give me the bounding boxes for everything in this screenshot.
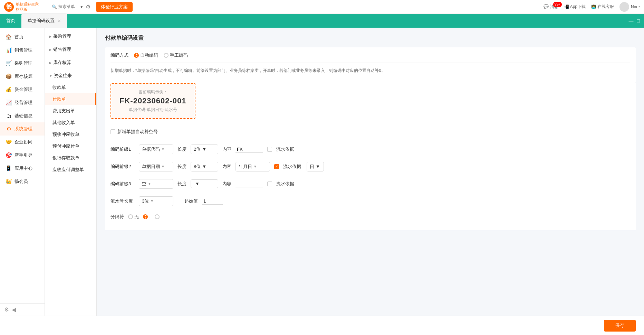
sidebar-item-apps[interactable]: 📱 应用中心	[0, 162, 45, 175]
sub-item-other-income[interactable]: 其他收入单	[45, 117, 96, 129]
nav-dropdown-button[interactable]: ▾	[80, 4, 83, 9]
prefix1-select[interactable]: 单据代码 ▼	[139, 145, 173, 154]
content-area: 付款单编码设置 编码方式 自动编码 手工编码 新增单据时，*单据编码*自动生成，…	[97, 28, 644, 316]
sidebar-item-sales[interactable]: 📊 销售管理	[0, 44, 45, 57]
prefix3-serial-checkbox[interactable]	[267, 182, 272, 186]
prefix2-content-select[interactable]: 年月日 ▼	[236, 162, 270, 171]
sub-item-receipt[interactable]: 收款单	[45, 82, 96, 93]
bottom-bar: 保存	[0, 316, 644, 335]
chevron-down-icon-p2c: ▼	[253, 165, 257, 168]
prefix1-content-input[interactable]	[236, 146, 263, 153]
user-info[interactable]: Nare	[619, 2, 640, 12]
sidebar-item-home[interactable]: 🏠 首页	[0, 30, 45, 44]
search-icon: 🔍	[52, 4, 57, 9]
separator-none-radio[interactable]: 无	[128, 214, 139, 220]
prefix2-serial-checkbox[interactable]: ✓	[274, 164, 279, 169]
sidebar-item-inventory[interactable]: 📦 库存核算	[0, 70, 45, 83]
separator-dash-radio[interactable]: —	[155, 214, 165, 219]
tab-close-button[interactable]: ✕	[57, 18, 61, 23]
prefix1-content-label: 内容	[222, 146, 231, 152]
sub-item-adjust[interactable]: 应收应付调整单	[45, 164, 96, 176]
sidebar-item-enterprise[interactable]: 🤝 企业协同	[0, 136, 45, 149]
chevron-down-icon: ▼	[161, 147, 165, 151]
sidebar-collapse-icon[interactable]: ◀	[12, 306, 16, 313]
sidebar-item-member[interactable]: 👑 畅会员	[0, 175, 45, 188]
prefix1-label: 编码前缀1	[110, 146, 135, 152]
top-bar-right: 💬 消息 99+ 📲 App下载 👨‍💻 在线客服 Nare	[544, 2, 640, 12]
member-icon: 👑	[6, 178, 12, 185]
system-icon: ⚙	[6, 126, 12, 132]
serial-length-select[interactable]: 3位 ▼	[139, 196, 173, 206]
sub-group-purchase-title[interactable]: ▶ 采购管理	[45, 30, 96, 42]
separator-label: 分隔符	[110, 214, 124, 220]
logo-icon: 畅	[4, 2, 14, 12]
prefix3-content-label: 内容	[222, 181, 231, 187]
chevron-down-icon-p3: ▼	[148, 182, 151, 186]
sub-item-prepay-receivable[interactable]: 预收冲应收单	[45, 129, 96, 140]
sub-item-advance-payable[interactable]: 预付冲应付单	[45, 140, 96, 152]
separator-dot-radio[interactable]: ·	[143, 214, 151, 219]
sub-group-sales-title[interactable]: ▶ 销售管理	[45, 44, 96, 55]
page-title: 付款单编码设置	[105, 35, 636, 42]
prefix3-label: 编码前缀3	[110, 181, 135, 187]
top-bar: 畅 畅捷通好生意 指品版 🔍 搜索菜单 ▾ ⚙ 体验行业方案 💬 消息 99+ …	[0, 0, 644, 14]
prefix2-content-label: 内容	[222, 164, 231, 170]
sub-item-expense[interactable]: 费用支出单	[45, 105, 96, 117]
logo: 畅 畅捷通好生意 指品版	[4, 2, 49, 12]
sidebar-item-system[interactable]: ⚙ 系统管理	[0, 122, 45, 136]
prefix1-serial-checkbox[interactable]	[267, 147, 272, 152]
app-download-button[interactable]: 📲 App下载	[564, 4, 586, 10]
sub-group-sales: ▶ 销售管理	[45, 44, 96, 55]
start-value-label: 起始值	[184, 198, 198, 204]
tab-encode-settings[interactable]: 单据编码设置 ✕	[21, 14, 67, 28]
prefix3-content-input[interactable]	[236, 180, 263, 187]
prefix2-day-select[interactable]: 日 ▼	[307, 162, 324, 171]
prefix2-label: 编码前缀2	[110, 164, 135, 170]
sub-group-inventory-title[interactable]: ▶ 库存核算	[45, 57, 96, 68]
tab-home[interactable]: 首页	[0, 14, 21, 28]
auto-encode-circle	[134, 53, 139, 58]
sidebar-settings-icon[interactable]: ⚙	[4, 306, 9, 313]
separator-row: 分隔符 无 · —	[110, 214, 630, 220]
sidebar-item-guide[interactable]: 🎯 新手引导	[0, 149, 45, 162]
save-button[interactable]: 保存	[604, 320, 636, 332]
sidebar-item-basic[interactable]: 🗂 基础信息	[0, 109, 45, 122]
sub-item-payment[interactable]: 付款单	[45, 93, 96, 105]
prefix3-serial-label: 流水依据	[276, 181, 294, 187]
prefix1-length-select[interactable]: 2位 ▼	[191, 145, 218, 154]
chevron-down-icon: ▼	[202, 164, 206, 169]
sub-group-capital-title[interactable]: ▼ 资金往来	[45, 70, 96, 82]
message-button[interactable]: 💬 消息 99+	[544, 4, 558, 10]
chevron-right-icon-sales: ▶	[49, 48, 52, 52]
message-icon: 💬	[544, 4, 549, 9]
purchase-icon: 🛒	[6, 60, 12, 66]
prefix1-serial-label: 流水依据	[276, 146, 294, 152]
chevron-right-icon: ▶	[49, 35, 52, 38]
sidebar-item-operation[interactable]: 📈 经营管理	[0, 96, 45, 109]
sidebar-item-finance[interactable]: 💰 资金管理	[0, 83, 45, 96]
manual-encode-radio[interactable]: 手工编码	[164, 52, 188, 58]
maximize-button[interactable]: □	[637, 18, 640, 24]
chevron-down-icon-capital: ▼	[49, 74, 52, 78]
search-menu-button[interactable]: 🔍 搜索菜单	[52, 4, 75, 10]
sub-item-bank[interactable]: 银行存取款单	[45, 152, 96, 164]
trial-button[interactable]: 体验行业方案	[96, 2, 133, 12]
chevron-down-icon-serial: ▼	[150, 199, 154, 203]
serial-length-label: 流水号长度	[110, 198, 135, 204]
service-button[interactable]: 👨‍💻 在线客服	[591, 4, 614, 10]
sub-group-inventory: ▶ 库存核算	[45, 57, 96, 68]
minimize-button[interactable]: —	[629, 18, 634, 24]
auto-encode-radio[interactable]: 自动编码	[134, 52, 158, 58]
prefix3-select[interactable]: 空 ▼	[139, 179, 173, 189]
prefix2-length-select[interactable]: 8位 ▼	[191, 162, 218, 171]
settings-button[interactable]: ⚙	[86, 3, 90, 10]
start-value-input[interactable]	[202, 198, 223, 205]
sidebar-item-purchase[interactable]: 🛒 采购管理	[0, 57, 45, 70]
prefix3-length-select[interactable]: ▼	[191, 179, 218, 188]
manual-encode-circle	[164, 53, 169, 58]
preview-desc: 单据代码-单据日期-流水号	[129, 107, 177, 113]
preview-code: FK-20230602-001	[119, 96, 186, 105]
prefix2-select[interactable]: 单据日期 ▼	[139, 162, 173, 171]
chevron-down-icon-p2: ▼	[161, 165, 165, 168]
auto-fill-checkbox[interactable]	[110, 129, 115, 134]
